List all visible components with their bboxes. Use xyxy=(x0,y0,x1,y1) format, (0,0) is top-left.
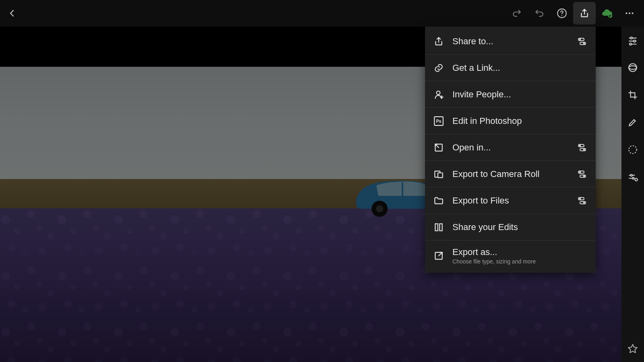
cloud-status-button[interactable] xyxy=(596,2,618,25)
menu-item-share-your-edits[interactable]: Share your Edits xyxy=(425,214,596,241)
menu-item-export-files[interactable]: Export to Files xyxy=(425,187,596,214)
undo-button[interactable] xyxy=(528,2,551,25)
share-menu: Share to... Get a Link... Invite People.… xyxy=(425,27,596,273)
settings-toggle-icon[interactable] xyxy=(575,196,587,206)
share-up-arrow-icon xyxy=(579,8,590,19)
svg-point-17 xyxy=(630,43,632,45)
crop-tool[interactable] xyxy=(625,87,641,103)
svg-rect-43 xyxy=(438,173,443,177)
open-in-icon xyxy=(433,142,444,153)
menu-item-open-in[interactable]: Open in... xyxy=(425,134,596,161)
link-icon xyxy=(433,62,444,74)
svg-marker-26 xyxy=(628,344,637,353)
svg-point-19 xyxy=(629,66,637,70)
svg-point-5 xyxy=(632,12,633,14)
help-button[interactable] xyxy=(551,2,573,25)
svg-point-25 xyxy=(635,178,638,181)
redo-icon xyxy=(512,8,522,19)
menu-item-share-to[interactable]: Share to... xyxy=(425,28,596,55)
svg-line-55 xyxy=(439,252,442,256)
menu-item-label: Share your Edits xyxy=(452,222,575,232)
svg-point-3 xyxy=(625,12,627,14)
redo-button[interactable] xyxy=(506,2,528,25)
person-add-icon xyxy=(433,89,444,100)
menu-item-export-camera-roll[interactable]: Export to Camera Roll xyxy=(425,161,596,187)
folder-icon xyxy=(433,195,444,206)
undo-icon xyxy=(534,8,545,19)
svg-point-8 xyxy=(376,205,383,212)
cloud-synced-icon xyxy=(601,8,613,18)
menu-item-export-as[interactable]: Export as... Choose file type, sizing an… xyxy=(425,241,596,271)
right-tool-rail xyxy=(621,27,644,362)
adjust-tool[interactable] xyxy=(625,32,641,48)
svg-point-24 xyxy=(632,177,634,179)
svg-point-4 xyxy=(629,12,630,14)
svg-rect-53 xyxy=(440,224,442,230)
sliders-icon xyxy=(627,35,638,45)
menu-item-label: Export as... xyxy=(452,247,575,257)
svg-point-45 xyxy=(579,171,581,173)
share-button[interactable] xyxy=(573,2,596,25)
menu-item-sublabel: Choose file type, sizing and more xyxy=(452,258,575,265)
svg-point-15 xyxy=(634,40,636,42)
settings-toggle-icon[interactable] xyxy=(575,169,587,179)
menu-item-invite-people[interactable]: Invite People... xyxy=(425,81,596,108)
menu-item-label: Share to... xyxy=(452,36,575,47)
svg-point-51 xyxy=(583,202,585,204)
menu-item-label: Get a Link... xyxy=(452,63,575,73)
svg-point-22 xyxy=(631,175,632,176)
svg-point-20 xyxy=(629,146,637,154)
color-tool[interactable] xyxy=(625,60,641,76)
mask-tool[interactable] xyxy=(625,142,641,158)
mask-circle-icon xyxy=(627,144,638,155)
svg-point-41 xyxy=(583,148,585,150)
menu-item-label: Export to Files xyxy=(452,195,575,206)
rating-star-button[interactable] xyxy=(625,340,641,356)
back-button[interactable] xyxy=(7,8,17,18)
svg-point-49 xyxy=(579,197,581,200)
svg-line-37 xyxy=(435,144,439,148)
color-wheel-icon xyxy=(627,62,638,73)
chevron-left-icon xyxy=(7,8,17,18)
export-out-icon xyxy=(433,250,444,261)
camera-roll-icon xyxy=(433,169,444,180)
svg-point-1 xyxy=(561,15,562,16)
help-circle-icon xyxy=(557,8,567,19)
share-edits-icon xyxy=(433,222,444,233)
settings-toggle-icon[interactable] xyxy=(575,37,587,46)
menu-item-label: Export to Camera Roll xyxy=(452,169,575,179)
svg-point-47 xyxy=(583,175,585,177)
share-up-icon xyxy=(433,36,444,47)
more-button[interactable] xyxy=(618,2,641,25)
svg-point-31 xyxy=(437,91,440,95)
healing-brush-icon xyxy=(627,117,638,128)
photoshop-icon: Ps xyxy=(433,115,444,127)
settings-toggle-icon[interactable] xyxy=(575,143,587,152)
sliders-gear-icon xyxy=(627,172,638,182)
svg-point-18 xyxy=(629,64,637,72)
top-bar xyxy=(0,0,644,27)
presets-tool[interactable] xyxy=(625,169,641,185)
svg-point-39 xyxy=(579,144,581,146)
menu-item-label: Invite People... xyxy=(452,89,575,100)
healing-tool[interactable] xyxy=(625,114,641,130)
svg-point-28 xyxy=(579,38,581,40)
star-icon xyxy=(627,343,638,354)
menu-item-label: Open in... xyxy=(452,142,575,153)
svg-rect-52 xyxy=(435,224,438,230)
svg-point-13 xyxy=(630,37,632,39)
menu-item-edit-photoshop[interactable]: Ps Edit in Photoshop xyxy=(425,108,596,134)
menu-item-get-link[interactable]: Get a Link... xyxy=(425,55,596,81)
svg-point-30 xyxy=(583,42,585,44)
menu-item-label: Edit in Photoshop xyxy=(452,116,575,126)
crop-rotate-icon xyxy=(627,90,638,100)
svg-text:Ps: Ps xyxy=(436,119,441,123)
ellipsis-icon xyxy=(624,8,635,19)
